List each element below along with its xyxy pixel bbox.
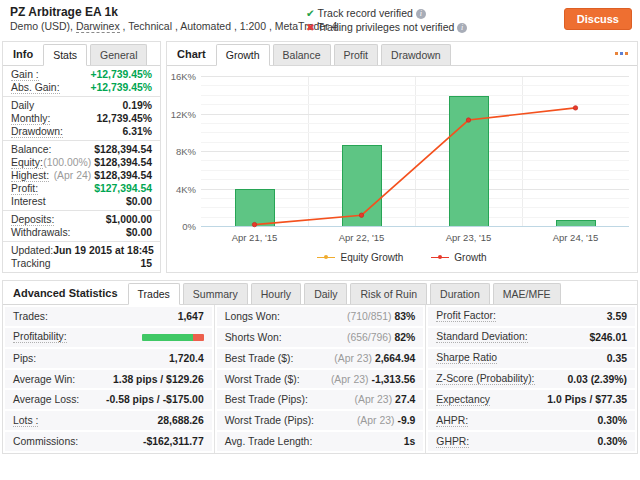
statistics-tabs: TradesSummaryHourlyDailyRisk of RuinDura…	[128, 283, 564, 304]
value-prefix: (Apr 23)	[355, 394, 393, 405]
sidebar-row-abs-gain: Abs. Gain:+12,739.45%	[3, 81, 160, 94]
label: Sharpe Ratio	[436, 352, 497, 364]
stat-row-ahpr: AHPR:0.30%	[428, 411, 635, 430]
stat-row-longs-won: Longs Won:(710/851)83%	[217, 307, 424, 326]
legend-item-equity-growth[interactable]: Equity Growth	[317, 252, 403, 263]
sidebar-group: Updated:Jun 19 2015 at 18:45Tracking15	[3, 241, 160, 272]
label: Withdrawals:	[11, 227, 70, 238]
value: 1.0 Pips / $77.35	[547, 394, 627, 405]
stat-row-average-loss: Average Loss:-0.58 pips / -$175.00	[5, 390, 212, 409]
verification-block: ✔ Track record verified i ✖ Trading priv…	[306, 6, 467, 34]
label: Profitability:	[13, 331, 67, 343]
tab-daily[interactable]: Daily	[304, 283, 347, 304]
label: Balance:	[11, 144, 51, 155]
value: (Apr 23)2,664.94	[334, 353, 415, 364]
main-row: Info StatsGeneral Gain :+12,739.45%Abs. …	[2, 41, 638, 273]
y-tick-label: 8K%	[167, 146, 196, 157]
value: 1,720.4	[169, 353, 204, 364]
stat-row-commissions: Commissions:-$162,311.77	[5, 432, 212, 451]
tab-trades[interactable]: Trades	[128, 283, 180, 305]
stat-row-best-trade: Best Trade ($):(Apr 23)2,664.94	[217, 349, 424, 368]
label: Deposits:	[11, 214, 54, 226]
sidebar-row-drawdown: Drawdown:6.31%	[3, 125, 160, 138]
subtitle-prefix: Demo (USD),	[10, 20, 76, 32]
discuss-button[interactable]: Discuss	[564, 8, 632, 30]
loss-segment	[193, 334, 204, 341]
stat-row-average-win: Average Win:1.38 pips / $129.26	[5, 370, 212, 389]
tab-balance[interactable]: Balance	[273, 44, 331, 65]
stat-row-trades: Trades:1,647	[5, 307, 212, 326]
tab-summary[interactable]: Summary	[183, 283, 248, 304]
sidebar-row-gain: Gain :+12,739.45%	[3, 68, 160, 81]
tab-risk-of-ruin[interactable]: Risk of Ruin	[350, 283, 427, 304]
growth-line-series	[201, 76, 629, 226]
statistics-grid: Trades:1,647Profitability:Pips:1,720.4Av…	[3, 305, 637, 453]
legend-label: Growth	[454, 252, 486, 263]
label: Average Loss:	[13, 394, 79, 405]
sidebar-row-daily: Daily0.19%	[3, 99, 160, 112]
value: 0.03 (2.39%)	[568, 374, 628, 385]
stat-row-shorts-won: Shorts Won:(656/796)82%	[217, 328, 424, 347]
value: 1.38 pips / $129.26	[113, 374, 204, 385]
sidebar-row-highest: Highest:(Apr 24)$128,394.54	[3, 169, 160, 182]
label: Highest:	[11, 170, 49, 182]
label: Longs Won:	[225, 311, 280, 322]
check-icon: ✔	[306, 7, 315, 19]
stat-row-ghpr: GHPR:0.30%	[428, 432, 635, 451]
value: 1,647	[178, 311, 204, 322]
label: Worst Trade ($):	[225, 374, 300, 385]
label: Lots :	[13, 415, 38, 427]
tab-general[interactable]: General	[90, 44, 147, 65]
track-record-verified-row: ✔ Track record verified i	[306, 6, 467, 20]
tab-profit[interactable]: Profit	[334, 44, 379, 65]
legend-label: Equity Growth	[340, 252, 403, 263]
chart-legend: Equity GrowthGrowth	[167, 252, 637, 263]
stat-row-lots: Lots :28,688.26	[5, 411, 212, 430]
tab-hourly[interactable]: Hourly	[251, 283, 301, 304]
label: Updated:	[11, 245, 53, 256]
info-icon[interactable]: i	[416, 9, 426, 19]
sidebar-row-updated: Updated:Jun 19 2015 at 18:45	[3, 244, 160, 257]
broker-link[interactable]: Darwinex	[76, 20, 120, 33]
statistics-column-2: Longs Won:(710/851)83%Shorts Won:(656/79…	[214, 305, 426, 453]
privileges-label: Trading privileges not verified	[318, 21, 455, 33]
chart-plot-area[interactable]	[201, 76, 629, 227]
x-tick-label: Apr 21, '15	[201, 232, 308, 243]
value: $1,000.00	[106, 214, 152, 225]
legend-marker-icon	[317, 257, 335, 258]
value: 15	[140, 258, 152, 269]
label: Equity:	[11, 157, 43, 169]
tab-drawdown[interactable]: Drawdown	[381, 44, 451, 65]
x-tick-label: Apr 23, '15	[415, 232, 522, 243]
value: $0.00	[126, 196, 152, 207]
legend-marker-icon	[431, 257, 449, 258]
y-tick-label: 4K%	[167, 184, 196, 195]
advanced-statistics-title: Advanced Statistics	[3, 282, 128, 304]
value: $246.01	[589, 332, 627, 343]
label: Profit Factor:	[436, 310, 495, 322]
tab-growth[interactable]: Growth	[216, 44, 270, 66]
stat-row-best-trade-pips: Best Trade (Pips):(Apr 23)27.4	[217, 390, 424, 409]
growth-chart[interactable]: 0%4K%8K%12K%16K% Apr 21, '15Apr 22, '15A…	[167, 66, 637, 272]
label: Trades:	[13, 311, 48, 322]
sidebar-rows: Gain :+12,739.45%Abs. Gain:+12,739.45%Da…	[3, 66, 160, 272]
sidebar-title-info[interactable]: Info	[3, 43, 43, 65]
value: 1s	[404, 436, 416, 447]
chart-context-menu-icon[interactable]	[615, 52, 628, 55]
tab-stats[interactable]: Stats	[43, 44, 87, 66]
value: 0.19%	[123, 100, 152, 111]
sidebar-tabs: StatsGeneral	[43, 44, 150, 65]
tab-duration[interactable]: Duration	[430, 283, 490, 304]
sidebar-row-deposits: Deposits:$1,000.00	[3, 213, 160, 226]
value: (Apr 24)$128,394.54	[54, 170, 152, 181]
legend-item-growth[interactable]: Growth	[431, 252, 486, 263]
value-prefix: (656/796)	[347, 332, 391, 343]
statistics-tabbar: Advanced Statistics TradesSummaryHourlyD…	[3, 281, 637, 305]
sidebar-group: Deposits:$1,000.00Withdrawals:$0.00	[3, 210, 160, 241]
tab-mae-mfe[interactable]: MAE/MFE	[493, 283, 561, 304]
label: Gain :	[11, 69, 39, 81]
chart-x-axis: Apr 21, '15Apr 22, '15Apr 23, '15Apr 24,…	[201, 232, 629, 243]
value: 12,739.45%	[97, 113, 152, 124]
info-icon[interactable]: i	[457, 23, 467, 33]
value: 3.59	[607, 311, 627, 322]
